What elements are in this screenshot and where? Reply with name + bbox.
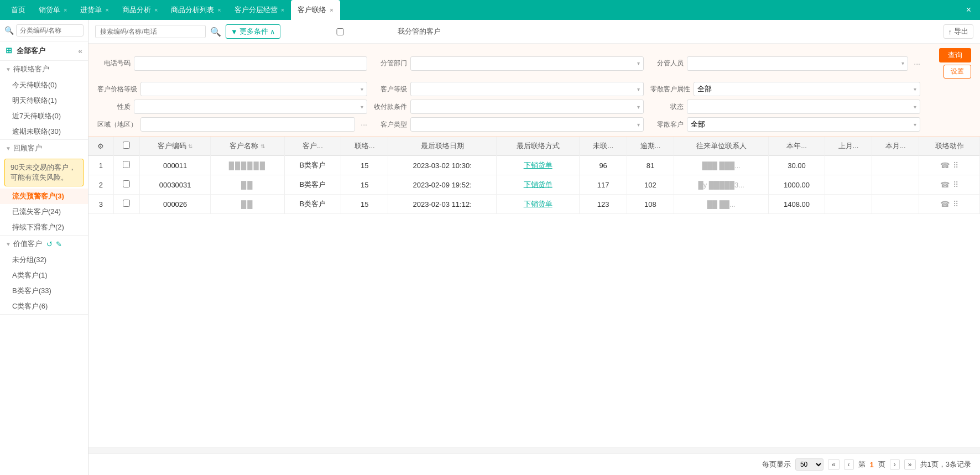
query-button[interactable]: 查询 <box>939 48 971 62</box>
row-checkbox[interactable] <box>123 161 130 168</box>
sort-icon[interactable]: ⇅ <box>188 143 192 149</box>
sidebar-group-value-title[interactable]: ▼ 价值客户 ↺ ✎ <box>0 236 88 252</box>
tab-analysis-list[interactable]: 商品分析列表 × <box>164 0 227 20</box>
cust-type-label: 客户类型 <box>374 120 407 129</box>
chevron-down-icon: ▾ <box>914 122 916 128</box>
cell-no-contact: 123 <box>580 195 627 214</box>
tab-purchase[interactable]: 进货单 × <box>74 0 115 20</box>
retail-attr-select[interactable]: 全部 ▾ <box>694 82 920 96</box>
next-page-button[interactable]: › <box>890 459 900 470</box>
close-all-button[interactable]: × <box>962 5 976 15</box>
close-icon[interactable]: × <box>281 7 284 13</box>
contact-icon[interactable]: ☎ <box>940 200 950 208</box>
tab-sales[interactable]: 销货单 × <box>32 0 74 20</box>
export-button[interactable]: ↑ 导出 <box>943 24 974 39</box>
nature-select[interactable]: ▾ <box>134 100 367 114</box>
settings-button[interactable]: 设置 <box>943 65 971 79</box>
contact-icon[interactable]: ☎ <box>940 180 950 189</box>
search-input[interactable] <box>95 25 206 38</box>
sidebar-group-review-title[interactable]: ▼ 回顾客户 <box>0 140 88 156</box>
filter-field-retail-cust: 零散客户 全部 ▾ <box>650 117 920 132</box>
first-page-button[interactable]: « <box>828 459 840 470</box>
close-icon[interactable]: × <box>217 7 221 13</box>
sidebar-item-7days[interactable]: 近7天待联络(0) <box>0 108 88 124</box>
col-settings[interactable]: ⚙ <box>88 137 113 156</box>
sidebar-item-class-b[interactable]: B类客户(33) <box>0 283 88 299</box>
cust-level-select[interactable]: ▾ <box>410 82 644 96</box>
price-tier-select[interactable]: ▾ <box>140 82 367 96</box>
more-actions-icon[interactable]: ⠿ <box>953 180 958 189</box>
row-checkbox[interactable] <box>123 180 130 187</box>
chevron-down-icon: ▾ <box>361 104 363 110</box>
close-icon[interactable]: × <box>154 7 158 13</box>
manager-select[interactable]: ▾ <box>687 56 908 71</box>
payment-select[interactable]: ▾ <box>410 100 644 114</box>
status-select[interactable]: ▾ <box>687 100 920 114</box>
close-icon[interactable]: × <box>64 7 67 13</box>
total-records: 共1页，3条记录 <box>920 460 971 469</box>
content-area: 🔍 ▼ 更多条件 ∧ 我分管的客户 ↑ 导出 电话号码 <box>88 20 980 475</box>
my-customers-checkbox[interactable] <box>285 28 395 35</box>
sidebar-item-class-c[interactable]: C类客户(6) <box>0 299 88 314</box>
filter-field-cust-level: 客户等级 ▾ <box>374 82 644 96</box>
cust-type-select[interactable]: ▾ <box>410 117 644 132</box>
select-all-checkbox[interactable] <box>123 142 130 149</box>
edit-icon[interactable]: ✎ <box>56 240 62 248</box>
cell-last-method[interactable]: 下销货单 <box>496 195 580 214</box>
cell-last-date: 2023-02-09 19:52: <box>388 175 496 195</box>
cell-last-method[interactable]: 下销货单 <box>496 156 580 175</box>
cell-last-method[interactable]: 下销货单 <box>496 175 580 195</box>
collapse-icon[interactable]: « <box>78 46 82 55</box>
sidebar-group-review: ▼ 回顾客户 90天未交易的客户，可能有流失风险。 流失预警客户(3) 已流失客… <box>0 140 88 236</box>
dots-icon[interactable]: ··· <box>361 120 367 129</box>
tab-customer-contact[interactable]: 客户联络 × <box>291 0 340 20</box>
horizontal-scrollbar[interactable] <box>88 447 980 453</box>
all-customers-header[interactable]: ⊞ 全部客户 « <box>0 41 88 61</box>
sidebar-item-overdue[interactable]: 逾期未联络(30) <box>0 124 88 139</box>
col-checkbox[interactable] <box>113 137 140 156</box>
dept-select[interactable]: ▾ <box>410 56 644 71</box>
sidebar-group-pending-title[interactable]: ▼ 待联络客户 <box>0 61 88 77</box>
retail-cust-label: 零散客户 <box>650 120 684 129</box>
sidebar-item-churned[interactable]: 已流失客户(24) <box>0 204 88 220</box>
adv-filter-row-3: 性质 ▾ 收付款条件 ▾ 状态 <box>97 100 971 114</box>
region-input[interactable] <box>140 117 355 132</box>
more-actions-icon[interactable]: ⠿ <box>953 161 958 170</box>
sidebar-item-declining[interactable]: 持续下滑客户(2) <box>0 220 88 235</box>
advanced-filter-panel: 电话号码 分管部门 ▾ 分管人员 ▾ ··· <box>88 44 980 137</box>
sort-icon[interactable]: ⇅ <box>260 143 265 149</box>
row-checkbox[interactable] <box>123 200 130 207</box>
cell-type: B类客户 <box>284 175 341 195</box>
phone-input[interactable] <box>134 56 367 71</box>
cell-actions: ☎ ⠿ <box>919 156 980 175</box>
close-icon[interactable]: × <box>105 7 108 13</box>
sidebar-item-tomorrow[interactable]: 明天待联络(1) <box>0 93 88 108</box>
tab-customer-tier[interactable]: 客户分层经营 × <box>228 0 291 20</box>
sidebar-item-today[interactable]: 今天待联络(0) <box>0 77 88 93</box>
sidebar-item-class-a[interactable]: A类客户(1) <box>0 268 88 283</box>
cell-checkbox[interactable] <box>113 195 140 214</box>
sidebar-group-pending: ▼ 待联络客户 今天待联络(0) 明天待联络(1) 近7天待联络(0) 逾期未联… <box>0 61 88 140</box>
tab-analysis[interactable]: 商品分析 × <box>116 0 164 20</box>
my-customers-checkbox-label[interactable]: 我分管的客户 <box>285 27 441 36</box>
refresh-icon[interactable]: ↺ <box>46 240 53 248</box>
dots-icon[interactable]: ··· <box>914 59 920 68</box>
close-icon[interactable]: × <box>330 7 333 13</box>
cell-this-year: 1000.00 <box>769 175 825 195</box>
cell-checkbox[interactable] <box>113 175 140 195</box>
sidebar-item-ungroup[interactable]: 未分组(32) <box>0 252 88 268</box>
sidebar-item-churn-warning[interactable]: 流失预警客户(3) <box>0 189 88 204</box>
search-button[interactable]: 🔍 <box>210 27 221 37</box>
more-conditions-button[interactable]: ▼ 更多条件 ∧ <box>226 24 280 39</box>
per-page-select[interactable]: 50 100 200 <box>795 458 823 471</box>
retail-cust-select[interactable]: 全部 ▾ <box>687 117 920 132</box>
prev-page-button[interactable]: ‹ <box>844 459 854 470</box>
cell-checkbox[interactable] <box>113 156 140 175</box>
more-actions-icon[interactable]: ⠿ <box>953 200 958 208</box>
contact-icon[interactable]: ☎ <box>940 161 950 170</box>
tab-home[interactable]: 首页 <box>4 0 32 20</box>
last-page-button[interactable]: » <box>904 459 916 470</box>
cell-name: ██████ <box>211 156 285 175</box>
col-no-contact: 未联... <box>580 137 627 156</box>
sidebar-search-input[interactable] <box>16 24 84 36</box>
